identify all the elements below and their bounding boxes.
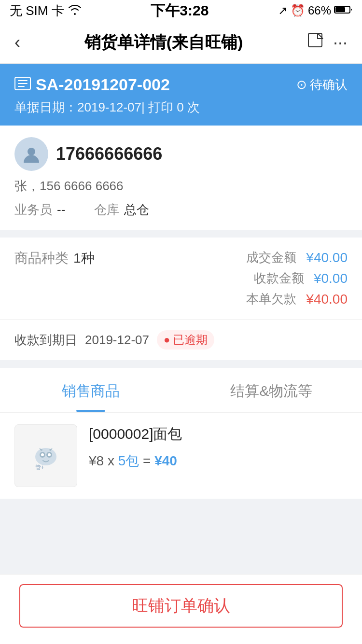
wifi-icon	[68, 3, 82, 18]
price-unit: ¥8	[89, 453, 104, 468]
nav-bar: ‹ 销货单详情(来自旺铺) ···	[0, 21, 362, 64]
product-type-value: 1种	[73, 249, 95, 267]
summary-section: 商品种类 1种 成交金额 ¥40.00 收款金额 ¥0.00 本单欠款 ¥40.…	[0, 238, 362, 319]
status-bar: 无 SIM 卡 下午3:28 ↗ ⏰ 66%	[0, 0, 362, 21]
product-price: ¥8 x 5包 = ¥40	[89, 452, 348, 470]
order-status: ⊙ 待确认	[296, 76, 348, 93]
product-section: 管+ [0000002]面包 ¥8 x 5包 = ¥40	[0, 413, 362, 499]
owed-label: 本单欠款	[246, 291, 296, 308]
order-status-text: 待确认	[310, 76, 348, 93]
product-info: [0000002]面包 ¥8 x 5包 = ¥40	[89, 424, 348, 470]
customer-phone: 17666666666	[56, 144, 162, 164]
avatar	[14, 137, 48, 171]
overdue-badge: ● 已逾期	[157, 330, 214, 350]
nav-left: ‹	[14, 32, 20, 53]
status-right: ↗ ⏰ 66%	[278, 4, 352, 17]
order-id-row: SA-20191207-002 ⊙ 待确认	[14, 75, 348, 94]
svg-text:管+: 管+	[35, 464, 44, 470]
sales-meta: 业务员 --	[14, 201, 65, 218]
transaction-label: 成交金额	[246, 249, 296, 266]
product-total: ¥40	[154, 453, 177, 468]
warehouse-label: 仓库	[94, 201, 119, 218]
svg-point-9	[48, 453, 51, 456]
tab-settlement-logistics[interactable]: 结算&物流等	[181, 368, 362, 412]
status-clock-icon: ⊙	[296, 77, 307, 92]
price-separator: x	[108, 453, 118, 468]
owed-row: 本单欠款 ¥40.00	[246, 291, 348, 308]
received-value: ¥0.00	[314, 271, 348, 286]
svg-point-5	[35, 448, 56, 465]
export-button[interactable]	[307, 32, 323, 53]
order-date: 单据日期：2019-12-07| 打印 0 次	[14, 99, 348, 116]
due-date-section: 收款到期日 2019-12-07 ● 已逾期	[0, 319, 362, 360]
product-type-label: 商品种类	[14, 249, 69, 267]
customer-row: 17666666666	[14, 137, 348, 171]
transaction-value: ¥40.00	[306, 250, 348, 266]
carrier-label: 无 SIM 卡	[10, 2, 64, 19]
product-name: [0000002]面包	[89, 424, 348, 444]
svg-rect-1	[335, 7, 345, 12]
confirm-order-button[interactable]: 旺铺订单确认	[19, 584, 343, 628]
svg-point-8	[41, 453, 44, 456]
order-id-text: SA-20191207-002	[36, 75, 170, 94]
sales-value: --	[57, 202, 65, 217]
overdue-icon: ●	[164, 334, 170, 346]
due-date-label: 收款到期日	[14, 332, 77, 349]
overdue-text: 已逾期	[173, 332, 208, 348]
location-icon: ↗	[278, 4, 288, 17]
warehouse-meta: 仓库 总仓	[94, 201, 149, 218]
received-label: 收款金额	[254, 270, 304, 287]
customer-meta: 业务员 -- 仓库 总仓	[14, 201, 348, 218]
owed-value: ¥40.00	[306, 292, 348, 307]
summary-right: 成交金额 ¥40.00 收款金额 ¥0.00 本单欠款 ¥40.00	[246, 249, 348, 308]
divider-1	[0, 230, 362, 238]
battery-label: 66%	[308, 4, 331, 17]
order-id: SA-20191207-002	[14, 75, 170, 94]
product-thumbnail: 管+	[14, 424, 77, 487]
battery-icon	[334, 4, 352, 17]
received-row: 收款金额 ¥0.00	[254, 270, 348, 287]
status-left: 无 SIM 卡	[10, 2, 82, 19]
order-icon	[14, 75, 31, 94]
customer-section: 17666666666 张，156 6666 6666 业务员 -- 仓库 总仓	[0, 126, 362, 230]
order-header: SA-20191207-002 ⊙ 待确认 单据日期：2019-12-07| 打…	[0, 64, 362, 126]
alarm-icon: ⏰	[291, 4, 305, 17]
nav-right: ···	[307, 32, 348, 53]
due-date-value: 2019-12-07	[85, 333, 149, 348]
customer-name: 张，156 6666 6666	[14, 178, 348, 195]
time-display: 下午3:28	[151, 1, 209, 21]
tabs-section: 销售商品 结算&物流等	[0, 368, 362, 413]
product-qty: 5包	[118, 453, 139, 468]
summary-left: 商品种类 1种	[14, 249, 95, 267]
sales-label: 业务员	[14, 201, 52, 218]
tab-sales-products[interactable]: 销售商品	[0, 368, 181, 412]
equals-sign: =	[143, 453, 154, 468]
bottom-bar: 旺铺订单确认	[0, 574, 362, 644]
transaction-row: 成交金额 ¥40.00	[246, 249, 348, 266]
more-button[interactable]: ···	[333, 32, 348, 53]
page-title: 销货单详情(来自旺铺)	[84, 31, 243, 54]
back-button[interactable]: ‹	[14, 32, 20, 53]
svg-point-4	[28, 148, 35, 155]
warehouse-value: 总仓	[124, 201, 149, 218]
